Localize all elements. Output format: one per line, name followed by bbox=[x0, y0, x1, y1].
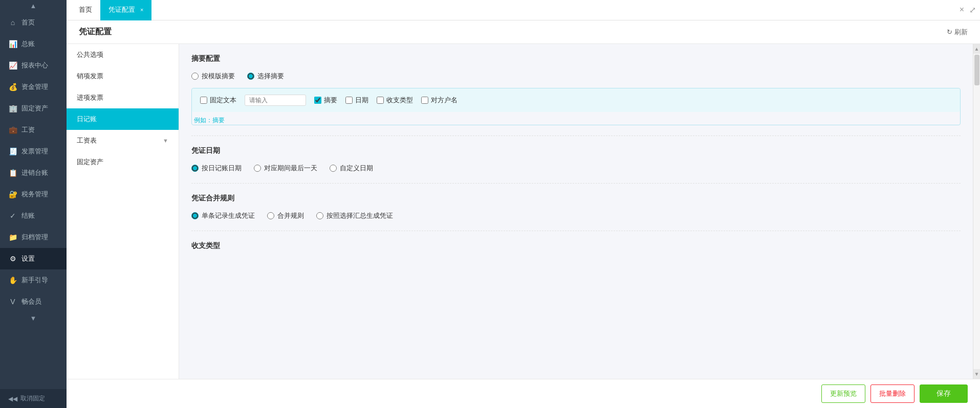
tab-home[interactable]: 首页 bbox=[71, 0, 100, 20]
nav-item-purchase-invoice[interactable]: 进项发票 bbox=[67, 87, 179, 108]
fixed-text-checkbox[interactable] bbox=[200, 97, 207, 104]
scroll-down-button[interactable]: ▼ bbox=[973, 369, 980, 379]
sidebar-item-archive[interactable]: 📁 归档管理 bbox=[0, 226, 67, 248]
summary-radio-group: 按模版摘要 选择摘要 bbox=[191, 72, 961, 81]
tab-close-icon[interactable]: × bbox=[140, 7, 143, 13]
radio-period-last-day[interactable]: 对应期间最后一天 bbox=[254, 164, 317, 173]
assets-icon: 🏢 bbox=[8, 104, 17, 112]
save-button[interactable]: 保存 bbox=[920, 384, 968, 403]
page-title: 凭证配置 bbox=[79, 27, 112, 37]
summary-section: 摘要配置 按模版摘要 选择摘要 bbox=[191, 54, 961, 125]
right-content: 摘要配置 按模版摘要 选择摘要 bbox=[179, 44, 973, 379]
pay-type-checkbox[interactable] bbox=[377, 97, 384, 104]
abstract-checkbox[interactable] bbox=[314, 97, 321, 104]
scroll-up-button[interactable]: ▲ bbox=[973, 44, 980, 54]
tab-bar: 首页 凭证配置 × × ⤢ bbox=[67, 0, 980, 20]
counterpart-checkbox[interactable] bbox=[421, 97, 428, 104]
page-header: 凭证配置 ↻ 刷新 bbox=[67, 20, 980, 44]
refresh-button[interactable]: ↻ 刷新 bbox=[947, 28, 968, 37]
scroll-thumb[interactable] bbox=[974, 55, 979, 85]
income-type-section: 收支类型 bbox=[191, 241, 961, 251]
sidebar-item-tax[interactable]: 🔐 税务管理 bbox=[0, 184, 67, 205]
fund-icon: 💰 bbox=[8, 83, 17, 91]
radio-period-last-day-input[interactable] bbox=[254, 165, 261, 172]
unpin-button[interactable]: ◀◀ 取消固定 bbox=[0, 389, 67, 408]
sidebar-item-home[interactable]: ⌂ 首页 bbox=[0, 12, 67, 33]
nav-item-public[interactable]: 公共选项 bbox=[67, 44, 179, 65]
tax-icon: 🔐 bbox=[8, 190, 17, 198]
radio-select-summary[interactable]: 选择摘要 bbox=[247, 72, 284, 81]
radio-custom-date[interactable]: 自定义日期 bbox=[330, 164, 373, 173]
sidebar: ▲ ⌂ 首页 📊 总账 📈 报表中心 💰 资金管理 🏢 固定资产 💼 工资 🧾 … bbox=[0, 0, 67, 408]
income-type-section-title: 收支类型 bbox=[191, 241, 961, 251]
update-preview-button[interactable]: 更新预览 bbox=[821, 384, 865, 403]
left-nav: 公共选项 销项发票 进项发票 日记账 工资表 ▼ 固定资产 bbox=[67, 44, 179, 379]
date-checkbox[interactable] bbox=[345, 97, 353, 104]
invoice-mgmt-icon: 🧾 bbox=[8, 147, 17, 155]
sidebar-item-report[interactable]: 📈 报表中心 bbox=[0, 55, 67, 76]
close-accounts-icon: ✓ bbox=[8, 212, 17, 220]
fixed-text-input[interactable] bbox=[245, 95, 306, 106]
refresh-icon: ↻ bbox=[947, 28, 952, 36]
sidebar-item-invoice-mgmt[interactable]: 🧾 发票管理 bbox=[0, 141, 67, 162]
archive-icon: 📁 bbox=[8, 233, 17, 241]
checkbox-counterpart[interactable]: 对方户名 bbox=[421, 96, 458, 105]
voucher-date-section: 凭证日期 按日记账日期 对应期间最后一天 bbox=[191, 146, 961, 173]
checkbox-pay-type[interactable]: 收支类型 bbox=[377, 96, 413, 105]
radio-select-summary-input[interactable] bbox=[247, 73, 254, 80]
ledger-icon: 📊 bbox=[8, 40, 17, 48]
sidebar-item-payroll[interactable]: 💼 工资 bbox=[0, 119, 67, 141]
checkbox-fixed-text[interactable]: 固定文本 bbox=[200, 96, 236, 105]
sidebar-item-settings[interactable]: ⚙ 设置 bbox=[0, 248, 67, 269]
sidebar-item-close[interactable]: ✓ 结账 bbox=[0, 205, 67, 226]
section-divider-1 bbox=[191, 135, 961, 136]
sales-ledger-icon: 📋 bbox=[8, 169, 17, 177]
tab-bar-actions: × ⤢ bbox=[960, 5, 976, 15]
sidebar-item-vip[interactable]: V 畅会员 bbox=[0, 291, 67, 312]
checkbox-date[interactable]: 日期 bbox=[345, 96, 368, 105]
body-area: 公共选项 销项发票 进项发票 日记账 工资表 ▼ 固定资产 bbox=[67, 44, 980, 379]
home-icon: ⌂ bbox=[8, 18, 17, 27]
radio-merge-rule-input[interactable] bbox=[267, 212, 274, 219]
radio-summary-generate-input[interactable] bbox=[316, 212, 323, 219]
radio-merge-rule[interactable]: 合并规则 bbox=[267, 211, 304, 220]
nav-item-fixed-assets[interactable]: 固定资产 bbox=[67, 151, 179, 173]
section-divider-3 bbox=[191, 231, 961, 231]
guide-icon: ✋ bbox=[8, 276, 17, 284]
tab-voucher[interactable]: 凭证配置 × bbox=[100, 0, 151, 20]
radio-single-record-input[interactable] bbox=[191, 212, 199, 219]
nav-item-payroll-table[interactable]: 工资表 ▼ bbox=[67, 130, 179, 151]
sidebar-item-assets[interactable]: 🏢 固定资产 bbox=[0, 98, 67, 119]
sidebar-scroll-down[interactable]: ▼ bbox=[0, 312, 67, 324]
nav-item-sales-invoice[interactable]: 销项发票 bbox=[67, 65, 179, 87]
batch-delete-button[interactable]: 批量删除 bbox=[870, 384, 914, 403]
radio-single-record[interactable]: 单条记录生成凭证 bbox=[191, 211, 255, 220]
nav-item-journal[interactable]: 日记账 bbox=[67, 108, 179, 130]
checkbox-abstract[interactable]: 摘要 bbox=[314, 96, 337, 105]
sidebar-scroll-up[interactable]: ▲ bbox=[0, 0, 67, 12]
voucher-date-section-title: 凭证日期 bbox=[191, 146, 961, 155]
window-resize-icon[interactable]: ⤢ bbox=[969, 5, 976, 15]
merge-rule-section: 凭证合并规则 单条记录生成凭证 合并规则 bbox=[191, 194, 961, 220]
payroll-icon: 💼 bbox=[8, 126, 17, 134]
scrollbar-right[interactable]: ▲ ▼ bbox=[973, 44, 980, 379]
pin-icon: ◀◀ bbox=[8, 395, 17, 402]
sidebar-item-sales-ledger[interactable]: 📋 进销台账 bbox=[0, 162, 67, 184]
radio-custom-date-input[interactable] bbox=[330, 165, 337, 172]
radio-template-summary-input[interactable] bbox=[191, 73, 199, 80]
main-area: 首页 凭证配置 × × ⤢ 凭证配置 ↻ 刷新 公共选项 bbox=[67, 0, 980, 408]
vip-icon: V bbox=[8, 298, 17, 306]
radio-template-summary[interactable]: 按模版摘要 bbox=[191, 72, 235, 81]
radio-summary-generate[interactable]: 按照选择汇总生成凭证 bbox=[316, 211, 393, 220]
sidebar-item-fund[interactable]: 💰 资金管理 bbox=[0, 76, 67, 98]
bottom-bar: 更新预览 批量删除 保存 bbox=[67, 379, 980, 408]
summary-checkbox-row: 固定文本 摘要 日期 bbox=[192, 88, 960, 112]
voucher-date-radio-group: 按日记账日期 对应期间最后一天 自定义日期 bbox=[191, 164, 961, 173]
merge-rule-radio-group: 单条记录生成凭证 合并规则 按照选择汇总生成凭证 bbox=[191, 211, 961, 220]
radio-journal-date-input[interactable] bbox=[191, 165, 199, 172]
sidebar-item-ledger[interactable]: 📊 总账 bbox=[0, 33, 67, 55]
sidebar-item-guide[interactable]: ✋ 新手引导 bbox=[0, 269, 67, 291]
nav-arrow-icon: ▼ bbox=[163, 138, 168, 144]
radio-journal-date[interactable]: 按日记账日期 bbox=[191, 164, 242, 173]
window-close-icon[interactable]: × bbox=[960, 5, 964, 15]
